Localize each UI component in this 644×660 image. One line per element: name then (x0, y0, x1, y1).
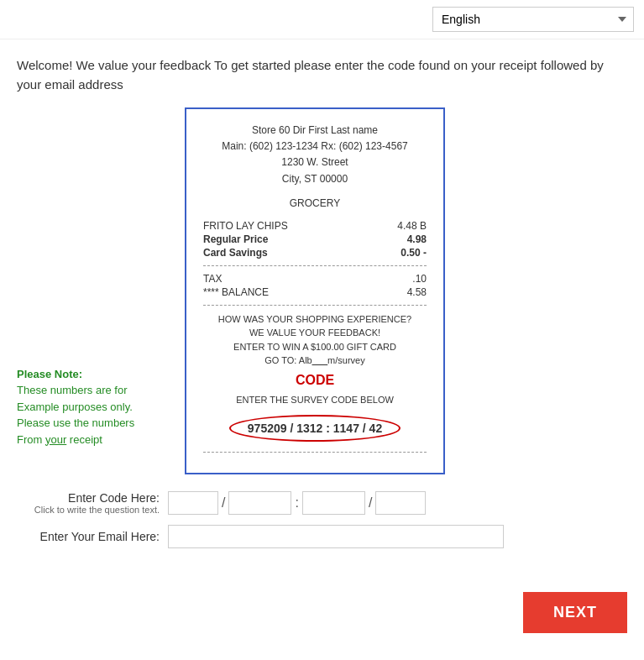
receipt-card-savings: Card Savings 0.50 - (203, 247, 427, 259)
code-input-2[interactable] (228, 491, 291, 515)
receipt-regular-price: Regular Price 4.98 (203, 233, 427, 245)
receipt-code-oval-wrapper: 975209 / 1312 : 1147 / 42 (203, 411, 427, 445)
code-input-4[interactable] (375, 491, 426, 515)
receipt-survey-code: 975209 / 1312 : 1147 / 42 (229, 415, 401, 442)
note-text: These numbers are for Example purposes o… (17, 382, 176, 448)
next-button[interactable]: NEXT (523, 592, 627, 633)
separator-1: / (222, 495, 225, 511)
form-area: Enter Code Here: Click to write the ques… (0, 474, 644, 548)
code-label-stack: Enter Code Here: Click to write the ques… (17, 491, 168, 515)
code-input-row: Enter Code Here: Click to write the ques… (17, 491, 627, 515)
code-input-1[interactable] (168, 491, 218, 515)
receipt-store-name: Store 60 Dir First Last name (203, 123, 427, 139)
language-select[interactable]: English Spanish French (432, 7, 634, 32)
receipt-phone: Main: (602) 123-1234 Rx: (602) 123-4567 (203, 139, 427, 155)
welcome-text: Welcome! We value your feedback To get s… (17, 58, 604, 92)
content-area: Please Note: These numbers are for Examp… (0, 107, 644, 474)
separator-3: / (369, 495, 372, 511)
code-inputs: / : / (168, 491, 426, 515)
receipt-survey-text: HOW WAS YOUR SHOPPING EXPERIENCE? WE VAL… (203, 312, 427, 368)
receipt-divider2 (203, 305, 427, 306)
receipt-code-label: CODE (203, 373, 427, 388)
please-note-title: Please Note: (17, 368, 176, 380)
receipt-item-chips: FRITO LAY CHIPS 4.48 B (203, 220, 427, 232)
code-sublabel: Click to write the question text. (17, 505, 160, 515)
welcome-message: Welcome! We value your feedback To get s… (0, 39, 644, 107)
receipt-enter-survey: ENTER THE SURVEY CODE BELOW (203, 393, 427, 407)
enter-code-label: Enter Code Here: (17, 491, 160, 505)
receipt-image: Store 60 Dir First Last name Main: (602)… (185, 107, 445, 474)
separator-2: : (295, 495, 298, 511)
email-input[interactable] (168, 525, 504, 548)
receipt-section: GROCERY (203, 196, 427, 212)
enter-email-label: Enter Your Email Here: (17, 530, 168, 543)
receipt-divider3 (203, 452, 427, 453)
receipt-tax: TAX .10 (203, 273, 427, 285)
receipt-address1: 1230 W. Street (203, 155, 427, 170)
receipt-balance: **** BALANCE 4.58 (203, 286, 427, 298)
top-bar: English Spanish French (0, 0, 644, 39)
receipt-address2: City, ST 00000 (203, 171, 427, 187)
code-input-3[interactable] (302, 491, 365, 515)
note-area: Please Note: These numbers are for Examp… (17, 107, 185, 448)
next-button-area: NEXT (0, 558, 644, 650)
receipt-divider1 (203, 265, 427, 266)
email-input-row: Enter Your Email Here: (17, 525, 627, 548)
